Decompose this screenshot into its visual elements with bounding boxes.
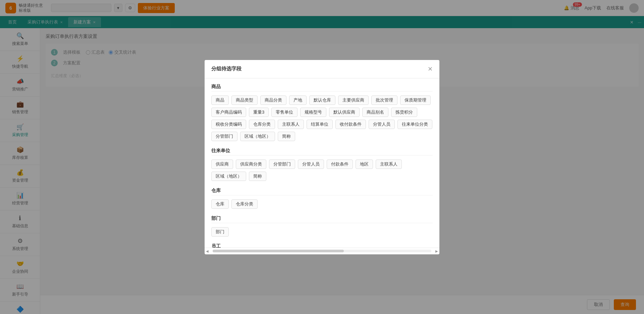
bottom-scrollbar[interactable]: ◀ ▶ [205,248,439,254]
field-tag[interactable]: 默认供应商 [329,108,360,117]
section-goods: 商品 商品 商品类型 商品分类 产地 默认仓库 主要供应商 批次管理 保质期管理… [211,84,433,141]
field-tag[interactable]: 结算单位 [307,120,333,129]
field-tag[interactable]: 默认仓库 [309,96,335,105]
field-tag[interactable]: 主要供应商 [338,96,369,105]
modal-close-button[interactable]: ✕ [428,65,433,73]
section-dept: 部门 部门 [211,215,433,237]
field-tag[interactable]: 主联系人 [278,120,304,129]
field-tag[interactable]: 客户商品编码 [211,108,246,117]
field-tag[interactable]: 零售单位 [271,108,298,117]
field-tag[interactable]: 往来单位分类 [397,120,432,129]
section-partner-title: 往来单位 [211,148,433,155]
field-tag[interactable]: 商品别名 [362,108,388,117]
field-tag[interactable]: 商品 [211,96,229,105]
section-employee: 员工 业务员 [211,243,433,248]
section-warehouse-fields: 仓库 仓库分类 [211,199,433,209]
field-tag[interactable]: 部门 [211,227,229,237]
section-dept-title: 部门 [211,215,433,223]
modal-body[interactable]: 商品 商品 商品类型 商品分类 产地 默认仓库 主要供应商 批次管理 保质期管理… [205,78,439,248]
scroll-right-arrow[interactable]: ▶ [434,249,439,253]
field-tag[interactable]: 区域（地区） [211,172,246,181]
field-tag[interactable]: 地区 [356,160,373,169]
section-warehouse: 仓库 仓库 仓库分类 [211,188,433,209]
section-employee-title: 员工 [211,243,433,248]
scroll-left-arrow[interactable]: ◀ [205,249,210,253]
field-tag[interactable]: 产地 [289,96,307,105]
field-tag[interactable]: 分管人员 [369,120,395,129]
field-tag[interactable]: 分管部门 [211,132,237,141]
scroll-track-horizontal[interactable] [213,250,431,252]
field-tag[interactable]: 仓库分类 [231,199,258,209]
field-tag[interactable]: 供应商 [211,160,233,169]
field-tag[interactable]: 税收分类编码 [211,120,246,129]
section-partner: 往来单位 供应商 供应商分类 分管部门 分管人员 付款条件 地区 主联系人 区域… [211,148,433,181]
field-tag[interactable]: 仓库分类 [249,120,275,129]
modal-header: 分组待选字段 ✕ [205,60,439,78]
section-warehouse-title: 仓库 [211,188,433,195]
modal-overlay: 分组待选字段 ✕ 商品 商品 商品类型 商品分类 产地 默认仓库 主要供应商 批… [0,0,644,314]
scroll-thumb-horizontal[interactable] [213,250,344,252]
field-tag[interactable]: 商品分类 [260,96,286,105]
section-dept-fields: 部门 [211,227,433,237]
section-goods-title: 商品 [211,84,433,91]
field-tag[interactable]: 收付款条件 [335,120,366,129]
field-tag[interactable]: 批次管理 [371,96,397,105]
field-tag[interactable]: 仓库 [211,199,229,209]
field-tag[interactable]: 分管人员 [298,160,324,169]
section-goods-fields: 商品 商品类型 商品分类 产地 默认仓库 主要供应商 批次管理 保质期管理 客户… [211,96,433,141]
field-tag[interactable]: 重量3 [249,108,269,117]
field-tag[interactable]: 分管部门 [269,160,295,169]
modal-dialog: 分组待选字段 ✕ 商品 商品 商品类型 商品分类 产地 默认仓库 主要供应商 批… [205,60,439,254]
field-tag[interactable]: 付款条件 [327,160,353,169]
field-tag[interactable]: 简称 [249,172,266,181]
field-tag[interactable]: 拣货积分 [391,108,417,117]
field-tag[interactable]: 供应商分类 [236,160,266,169]
field-tag[interactable]: 主联系人 [376,160,402,169]
field-tag[interactable]: 保质期管理 [400,96,431,105]
field-tag[interactable]: 商品类型 [231,96,258,105]
section-partner-fields: 供应商 供应商分类 分管部门 分管人员 付款条件 地区 主联系人 区域（地区） … [211,160,433,181]
field-tag[interactable]: 简称 [278,132,295,141]
modal-title: 分组待选字段 [211,66,241,72]
field-tag[interactable]: 区域（地区） [240,132,275,141]
field-tag[interactable]: 规格型号 [300,108,326,117]
